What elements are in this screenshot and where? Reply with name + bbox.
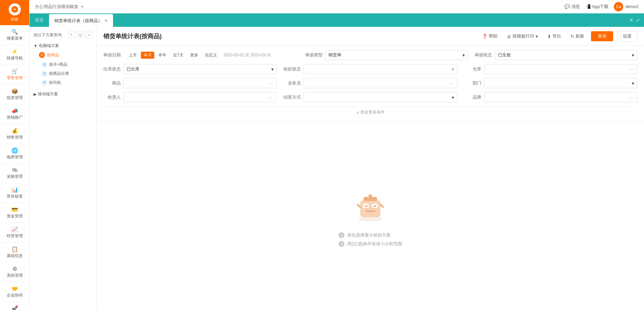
query-row-4: 收货人 ··· 结算方式 品牌	[103, 92, 637, 102]
sidebar-item-guide[interactable]: 🚀 新手引导	[0, 302, 29, 310]
refresh-btn[interactable]: ↻ 刷新	[568, 32, 587, 41]
warehouse-input[interactable]: ···	[484, 64, 637, 74]
app-download-icon: 📲	[585, 4, 591, 9]
settings-scheme-btn[interactable]: ◎	[77, 32, 84, 38]
payment-dropdown-icon	[452, 95, 454, 100]
sidebar-item-search[interactable]: 🔍 搜索菜单	[0, 25, 29, 45]
prev-month-btn[interactable]: 上月	[126, 52, 140, 59]
brand-ellipsis-btn[interactable]: ···	[628, 95, 634, 100]
empty-tip-2: 2 用[过滤]条件来缩小分析范围	[338, 241, 402, 247]
sidebar-item-quicknav[interactable]: ⚡ 快捷导航	[0, 45, 29, 65]
payment-select[interactable]	[304, 92, 457, 102]
doc-status-select[interactable]: 已生效	[495, 50, 637, 60]
department-select[interactable]	[484, 78, 637, 88]
message-btn[interactable]: 💬 消息	[565, 4, 580, 10]
out-status-label: 出库状态	[103, 66, 123, 72]
sidebar-item-system[interactable]: ⚙ 系统管理	[0, 262, 29, 282]
scheme-group-mobile: ▶ 移动端方案	[30, 89, 96, 100]
collapse-panel-btn[interactable]: «	[86, 32, 92, 38]
doc-type-value: 销货单	[328, 52, 341, 58]
sidebar-item-marketing[interactable]: 📣 营销推广	[0, 104, 29, 124]
help-btn[interactable]: ❓ 帮助	[479, 32, 500, 41]
sub-category-icon: 分	[42, 71, 47, 76]
sidebar-basic-label: 基础信息	[1, 253, 28, 259]
more-btn[interactable]: 更多	[187, 52, 201, 59]
tabbar-close-all-btn[interactable]: ✕	[629, 17, 633, 23]
sidebar-item-inventory[interactable]: 📊 库存核算	[0, 183, 29, 203]
template-print-btn[interactable]: 🖨 按模板打印 ▾	[504, 32, 541, 41]
message-label: 消息	[571, 4, 580, 10]
tabbar: 首页 销货单统计表（按商品） ✕ ✕ ⤢	[30, 13, 644, 27]
query-field-brand: 品牌 ···	[464, 92, 637, 102]
collapse-bar[interactable]: ∧ 收起更多条件	[103, 106, 637, 118]
sidebar-item-operations[interactable]: 📈 经营管理	[0, 223, 29, 243]
tab-home[interactable]: 首页	[30, 13, 49, 27]
app-download-btn[interactable]: 📲 App下载	[585, 4, 608, 10]
user-info[interactable]: Ea demo2	[614, 2, 639, 11]
scheme-item-by-product[interactable]: 按 按商品	[30, 50, 96, 60]
scheme-sub-product-category-label: 按商品分类	[49, 71, 69, 76]
doc-type-select[interactable]: 销货单	[325, 50, 468, 60]
user-avatar-text: Ea	[616, 4, 621, 9]
scheme-group-desktop: ▼ 电脑端方案 按 按商品 月 按月+商品 分 按商品分类	[30, 40, 96, 89]
warehouse-ellipsis-btn[interactable]: ···	[628, 67, 634, 72]
consignee-input[interactable]: ···	[123, 92, 277, 102]
receipt-status-select[interactable]	[304, 64, 457, 74]
sidebar-item-purchase[interactable]: 🛍 采购管理	[0, 164, 29, 183]
sidebar-item-basic[interactable]: 📋 基础信息	[0, 243, 29, 262]
scheme-sub-by-product-category[interactable]: 分 按商品分类	[30, 69, 96, 78]
current-year-btn[interactable]: 本年	[156, 52, 169, 59]
sidebar-item-ecommerce[interactable]: 🌐 电商管理	[0, 144, 29, 164]
scheme-group-mobile-title[interactable]: ▶ 移动端方案	[30, 90, 96, 98]
sidebar-item-finance[interactable]: 💳 资金管理	[0, 203, 29, 223]
date-quick-btns: 上月 本月 本年 近7天 更多 自定义	[126, 52, 220, 59]
operations-icon: 📈	[1, 226, 28, 232]
custom-btn[interactable]: 自定义	[202, 52, 220, 59]
tip-text-1: 请先选择要分析的方案	[347, 232, 391, 238]
query-row-1: 单据日期 上月 本月 本年 近7天 更多 自定义 2023-03-01 至 20…	[103, 50, 637, 60]
quicknav-icon: ⚡	[1, 48, 28, 55]
svg-rect-6	[373, 205, 376, 207]
empty-tips: 1 请先选择要分析的方案 2 用[过滤]条件来缩小分析范围	[338, 232, 402, 247]
scheme-sub-by-month-product[interactable]: 月 按月+商品	[30, 60, 96, 69]
industry-dropdown-icon[interactable]: ▾	[81, 4, 84, 9]
warehouse-label: 仓库	[464, 66, 484, 72]
template-print-label: 按模板打印	[513, 33, 534, 39]
sidebar-item-sales[interactable]: 💰 销售管理	[0, 124, 29, 144]
sidebar-item-retail[interactable]: 🛒 零售管理	[0, 65, 29, 85]
sidebar-item-wholesale[interactable]: 📦 批发管理	[0, 85, 29, 104]
out-status-select[interactable]: 已出库	[123, 64, 277, 74]
add-scheme-btn[interactable]: +	[68, 32, 75, 38]
scheme-group-desktop-title[interactable]: ▼ 电脑端方案	[30, 42, 96, 50]
product-input[interactable]: ···	[123, 78, 277, 88]
export-btn[interactable]: ⬇ 导出	[545, 32, 564, 41]
app-logo-text: 标账	[11, 17, 18, 22]
product-ellipsis-btn[interactable]: ···	[267, 81, 274, 86]
doc-status-value: 已生效	[498, 52, 511, 58]
tabbar-expand-btn[interactable]: ⤢	[636, 17, 640, 23]
sidebar-item-enterprise[interactable]: 🤝 企业协同	[0, 282, 29, 302]
marketing-icon: 📣	[1, 108, 28, 114]
sales-rep-input[interactable]: ···	[304, 78, 457, 88]
sidebar-purchase-label: 采购管理	[1, 174, 28, 179]
app-logo: 标账	[0, 0, 30, 25]
tab-close-btn[interactable]: ✕	[104, 18, 108, 23]
tab-sales-stats[interactable]: 销货单统计表（按商品） ✕	[49, 14, 113, 28]
brand-input[interactable]: ···	[484, 92, 637, 102]
current-month-btn[interactable]: 本月	[141, 52, 154, 59]
query-btn[interactable]: 查询	[591, 31, 613, 41]
sales-rep-ellipsis-btn[interactable]: ···	[448, 81, 454, 86]
query-row-2: 出库状态 已出库 收款状态 仓库	[103, 64, 637, 74]
basic-icon: 📋	[1, 246, 28, 252]
export-label: 导出	[552, 33, 561, 39]
receipt-status-label: 收款状态	[283, 66, 304, 72]
consignee-ellipsis-btn[interactable]: ···	[267, 95, 274, 100]
mobile-group-label: 移动端方案	[38, 91, 58, 97]
app-download-label: App下载	[592, 4, 608, 10]
collapse-up-icon: ∧	[356, 110, 359, 115]
scheme-sub-by-printer[interactable]: 司 按司机	[30, 78, 96, 87]
settings-btn[interactable]: 设置	[617, 31, 637, 42]
export-icon: ⬇	[547, 34, 551, 39]
last7-btn[interactable]: 近7天	[170, 52, 186, 59]
sidebar-enterprise-label: 企业协同	[1, 293, 28, 298]
